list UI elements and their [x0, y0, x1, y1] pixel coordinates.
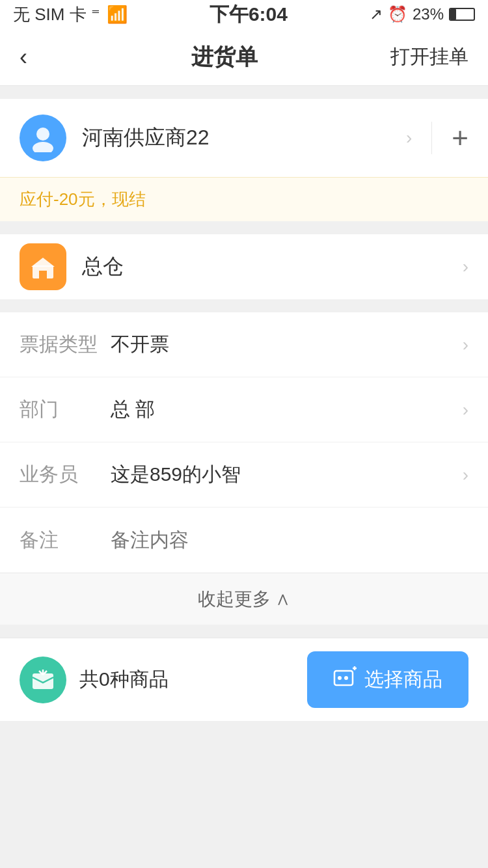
svg-marker-3: [31, 258, 55, 267]
svg-point-12: [338, 676, 342, 680]
warehouse-chevron-icon: ›: [463, 256, 468, 277]
select-product-icon: [333, 666, 357, 694]
supplier-name: 河南供应商22: [82, 124, 406, 152]
status-right: ↗ ⏰ 23%: [370, 5, 475, 23]
remark-label: 备注: [20, 527, 111, 554]
warehouse-section: 总仓 ›: [0, 234, 488, 299]
svg-rect-4: [39, 271, 47, 278]
supplier-section: 河南供应商22 › + 应付-20元，现结: [0, 99, 488, 221]
department-chevron-icon: ›: [463, 400, 468, 420]
status-bar: 无 SIM 卡 ⁼ 📶 下午6:04 ↗ ⏰ 23%: [0, 0, 488, 29]
battery-icon: [449, 8, 475, 21]
salesperson-value: 这是859的小智: [111, 461, 463, 488]
salesperson-chevron-icon: ›: [463, 465, 468, 485]
warehouse-name: 总仓: [82, 252, 463, 281]
warehouse-icon-wrap: [20, 243, 66, 290]
svg-point-0: [36, 128, 49, 141]
bottom-bar: 共0种商品 选择商品: [0, 638, 488, 721]
product-count-label: 共0种商品: [79, 666, 307, 693]
select-product-label: 选择商品: [364, 666, 442, 693]
section-gap-3: [0, 299, 488, 312]
collapse-button[interactable]: 收起更多 ∧: [0, 573, 488, 625]
sim-wifi-label: 无 SIM 卡 ⁼: [13, 3, 100, 26]
supplier-chevron-icon: ›: [406, 128, 412, 148]
remark-input[interactable]: [111, 529, 468, 551]
status-time: 下午6:04: [210, 1, 288, 28]
department-label: 部门: [20, 396, 111, 423]
add-supplier-button[interactable]: +: [431, 122, 468, 154]
invoice-type-value: 不开票: [111, 331, 463, 358]
battery-label: 23%: [413, 5, 444, 23]
svg-rect-9: [334, 671, 353, 685]
svg-rect-5: [33, 673, 53, 689]
svg-point-13: [344, 676, 348, 680]
open-pending-button[interactable]: 打开挂单: [390, 44, 468, 70]
wifi-icon: 📶: [107, 5, 128, 25]
fields-section: 票据类型 不开票 › 部门 总 部 › 业务员 这是859的小智 › 备注: [0, 312, 488, 573]
page-title: 进货单: [191, 42, 258, 72]
invoice-type-label: 票据类型: [20, 331, 111, 358]
invoice-type-row[interactable]: 票据类型 不开票 ›: [0, 312, 488, 377]
remark-row[interactable]: 备注: [0, 508, 488, 573]
salesperson-row[interactable]: 业务员 这是859的小智 ›: [0, 442, 488, 508]
notice-bar: 应付-20元，现结: [0, 177, 488, 221]
department-row[interactable]: 部门 总 部 ›: [0, 377, 488, 442]
department-value: 总 部: [111, 396, 463, 423]
supplier-avatar: [20, 115, 66, 161]
status-left: 无 SIM 卡 ⁼ 📶: [13, 3, 128, 26]
nav-bar: ‹ 进货单 打开挂单: [0, 29, 488, 86]
back-button[interactable]: ‹: [20, 44, 59, 71]
collapse-label: 收起更多 ∧: [198, 587, 291, 612]
invoice-type-chevron-icon: ›: [463, 334, 468, 355]
supplier-row[interactable]: 河南供应商22 › +: [0, 99, 488, 177]
location-icon: ↗: [370, 5, 383, 23]
section-gap-4: [0, 625, 488, 638]
alarm-icon: ⏰: [388, 5, 407, 23]
product-icon-wrap: [20, 657, 66, 703]
section-gap-1: [0, 86, 488, 99]
page-filler: [0, 721, 488, 868]
svg-point-1: [33, 142, 53, 152]
section-gap-2: [0, 221, 488, 234]
select-product-button[interactable]: 选择商品: [307, 651, 468, 708]
salesperson-label: 业务员: [20, 461, 111, 488]
warehouse-row[interactable]: 总仓 ›: [0, 234, 488, 299]
